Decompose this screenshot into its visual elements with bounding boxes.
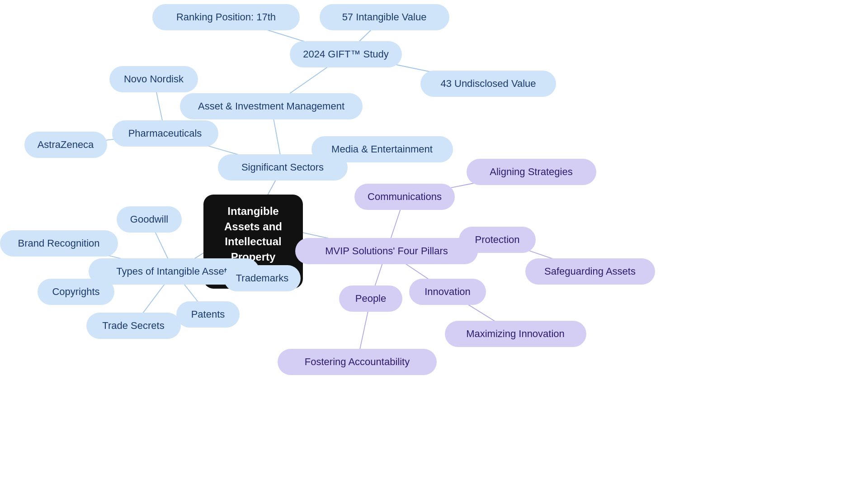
node-innovation[interactable]: Innovation — [409, 279, 486, 305]
node-label-typesOfAssets: Types of Intangible Assets — [116, 266, 232, 277]
mind-map-canvas: Intangible Assets and Intellectual Prope… — [0, 0, 868, 490]
node-label-astrazeneca: AstraZeneca — [38, 139, 94, 151]
node-pharmaceuticals[interactable]: Pharmaceuticals — [112, 120, 218, 147]
node-tradeSecrets[interactable]: Trade Secrets — [86, 313, 181, 339]
node-trademarks[interactable]: Trademarks — [224, 265, 301, 291]
node-label-safeguardingAssets: Safeguarding Assets — [544, 266, 636, 277]
node-safeguardingAssets[interactable]: Safeguarding Assets — [525, 258, 655, 285]
node-label-mvipPillars: MVIP Solutions' Four Pillars — [325, 245, 448, 257]
node-mediaEntertainment[interactable]: Media & Entertainment — [311, 136, 453, 162]
node-aligningStrategies[interactable]: Aligning Strategies — [467, 159, 596, 185]
node-label-tradeSecrets: Trade Secrets — [102, 320, 164, 332]
node-label-rankingPosition: Ranking Position: 17th — [176, 11, 276, 23]
node-label-pharmaceuticals: Pharmaceuticals — [128, 128, 202, 139]
node-people[interactable]: People — [339, 285, 402, 312]
node-label-intangibleValue: 57 Intangible Value — [342, 11, 427, 23]
node-label-goodwill: Goodwill — [130, 214, 168, 225]
node-label-communications: Communications — [368, 191, 442, 203]
node-assetInvestment[interactable]: Asset & Investment Management — [180, 93, 363, 119]
node-label-fosteringAccountability: Fostering Accountability — [305, 356, 410, 368]
node-label-brandRecognition: Brand Recognition — [18, 238, 99, 249]
node-protection[interactable]: Protection — [459, 227, 536, 253]
node-goodwill[interactable]: Goodwill — [117, 206, 182, 233]
node-undisclosedValue[interactable]: 43 Undisclosed Value — [420, 71, 556, 97]
node-astrazeneca[interactable]: AstraZeneca — [24, 132, 107, 158]
node-label-maximizingInnovation: Maximizing Innovation — [466, 328, 565, 340]
node-label-protection: Protection — [475, 234, 519, 246]
node-label-gift2024: 2024 GIFT™ Study — [303, 48, 389, 60]
node-maximizingInnovation[interactable]: Maximizing Innovation — [445, 321, 586, 347]
node-label-significantSectors: Significant Sectors — [241, 162, 324, 173]
node-label-novoNordisk: Novo Nordisk — [124, 73, 184, 85]
node-communications[interactable]: Communications — [354, 184, 455, 210]
node-copyrights[interactable]: Copyrights — [38, 279, 114, 305]
node-label-aligningStrategies: Aligning Strategies — [490, 166, 572, 178]
node-fosteringAccountability[interactable]: Fostering Accountability — [278, 349, 437, 375]
node-intangibleValue[interactable]: 57 Intangible Value — [320, 4, 449, 30]
node-patents[interactable]: Patents — [176, 301, 240, 328]
node-label-mediaEntertainment: Media & Entertainment — [331, 143, 433, 155]
node-label-trademarks: Trademarks — [236, 272, 289, 284]
node-rankingPosition[interactable]: Ranking Position: 17th — [152, 4, 300, 30]
node-brandRecognition[interactable]: Brand Recognition — [0, 230, 118, 257]
node-gift2024[interactable]: 2024 GIFT™ Study — [290, 41, 402, 67]
node-label-innovation: Innovation — [425, 286, 471, 298]
node-mvipPillars[interactable]: MVIP Solutions' Four Pillars — [295, 238, 478, 264]
node-label-people: People — [355, 293, 387, 304]
node-label-assetInvestment: Asset & Investment Management — [198, 100, 344, 112]
node-novoNordisk[interactable]: Novo Nordisk — [109, 66, 198, 92]
node-label-patents: Patents — [191, 309, 225, 320]
node-label-copyrights: Copyrights — [52, 286, 99, 298]
node-label-undisclosedValue: 43 Undisclosed Value — [440, 78, 536, 90]
